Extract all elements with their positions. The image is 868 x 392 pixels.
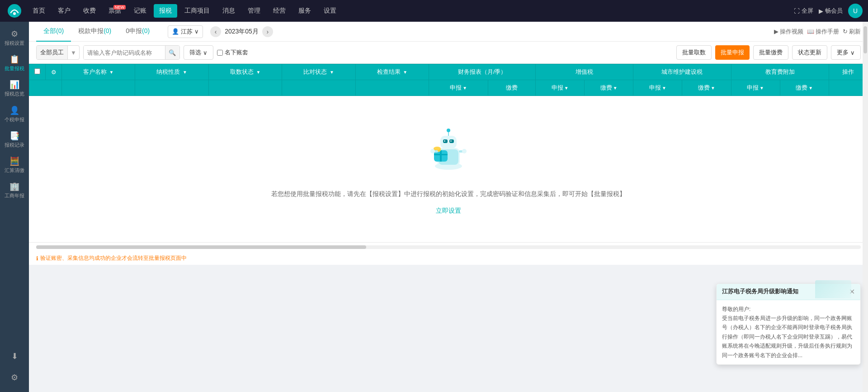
top-nav-right: ⛶ 全屏 ▶ 畅会员 U	[794, 4, 863, 18]
sidebar-item-tax-settings[interactable]: ⚙ 报税设置	[2, 25, 27, 50]
batch-get-button[interactable]: 批量取数	[676, 45, 712, 60]
employee-select[interactable]: 全部员工 ▼	[36, 45, 80, 60]
batch-pay-button[interactable]: 批量缴费	[753, 45, 788, 60]
filter-button[interactable]: 筛选 ∨	[184, 45, 213, 60]
nav-tax[interactable]: 报税	[154, 4, 177, 18]
vat-pay-sort[interactable]: ▼	[613, 86, 618, 91]
nav-items: 首页 客户 收费 票据 NEW 记账 报税 工商项目 消息 管理 经营 服务 设…	[27, 4, 794, 18]
nav-accounting[interactable]: 记账	[128, 4, 152, 18]
employee-select-label: 全部员工	[37, 46, 68, 59]
th-finance-report: 财务报表（月/季）	[429, 64, 536, 80]
scroll-track[interactable]	[36, 245, 861, 249]
member-icon: ▶	[819, 8, 823, 14]
nav-customer[interactable]: 客户	[52, 4, 76, 18]
user-settings-icon: ⚙	[11, 373, 18, 382]
refresh-action[interactable]: ↻ 刷新	[843, 28, 861, 36]
app-logo[interactable]	[5, 2, 24, 20]
nav-settings[interactable]: 设置	[318, 4, 342, 18]
right-scrollbar[interactable]	[863, 22, 868, 392]
tax-overview-icon: 📊	[9, 80, 19, 90]
tax-sort-icon[interactable]: ▼	[183, 70, 187, 75]
fetch-sort-icon[interactable]: ▼	[256, 70, 260, 75]
th-edu-surcharge: 教育费附加	[731, 64, 829, 80]
batch-declare-button[interactable]: 批量申报	[715, 45, 750, 60]
sidebar-user-settings[interactable]: ⚙	[2, 369, 27, 387]
notice-text: 验证账密、采集信息均成功的企业才会流转至批量报税页面中	[40, 254, 187, 262]
sidebar-item-settlement[interactable]: 🧮 汇算清缴	[2, 153, 27, 177]
th-empty4	[208, 80, 282, 96]
th-checkbox	[29, 64, 46, 80]
tab-all[interactable]: 全部(0)	[36, 22, 71, 42]
region-chevron-icon: ∨	[194, 28, 199, 35]
svg-point-20	[430, 149, 435, 153]
scroll-thumb	[36, 245, 366, 249]
sidebar-item-annual-report[interactable]: 🏢 工商年报	[2, 178, 27, 202]
region-icon: 👤	[172, 28, 179, 35]
nav-message[interactable]: 消息	[217, 4, 241, 18]
vat-declare-sort[interactable]: ▼	[564, 86, 569, 91]
table-container: ⚙ 客户名称 ▼ 纳税性质 ▼ 取数状态 ▼ 比对状态	[29, 64, 868, 242]
nav-operation[interactable]: 经营	[268, 4, 291, 18]
more-button[interactable]: 更多 ∨	[831, 45, 861, 60]
bottom-notice: ℹ 验证账密、采集信息均成功的企业才会流转至批量报税页面中	[29, 252, 868, 265]
empty-state: 若您想使用批量报税功能，请先在【报税设置】中进行报税的初始化设置，完成密码验证和…	[29, 96, 868, 242]
setup-link[interactable]: 立即设置	[436, 207, 461, 215]
check-sort-icon[interactable]: ▼	[403, 70, 407, 75]
fullscreen-btn[interactable]: ⛶ 全屏	[794, 7, 813, 15]
select-all-checkbox[interactable]	[34, 68, 40, 74]
manual-action[interactable]: 📖 操作手册	[807, 28, 839, 36]
svg-point-0	[8, 4, 21, 18]
user-avatar[interactable]: U	[848, 4, 863, 18]
annual-report-label: 工商年报	[5, 193, 24, 199]
th-empty6	[355, 80, 429, 96]
sidebar-item-batch-tax[interactable]: 📋 批量报税	[2, 51, 27, 75]
video-action[interactable]: ▶ 操作视频	[774, 28, 803, 36]
th-tax-type: 纳税性质 ▼	[135, 64, 208, 80]
tab-bar: 全部(0) 税款申报(0) 0申报(0) 👤 江苏 ∨ ‹ 2023年05月 ›…	[29, 22, 868, 42]
date-prev-btn[interactable]: ‹	[210, 26, 221, 37]
personal-tax-icon: 👤	[9, 105, 19, 115]
nav-fee[interactable]: 收费	[78, 4, 101, 18]
svg-point-10	[434, 147, 441, 150]
edu-declare-sort[interactable]: ▼	[760, 86, 764, 91]
th-vat-pay: 缴费▼	[585, 80, 633, 96]
checkbox-label[interactable]: 名下账套	[217, 48, 248, 57]
notification-panel: 江苏电子税务局升级影响通知 ✕ 尊敬的用户: 受当前电子税务局进一步升级的影响，…	[716, 283, 861, 365]
sidebar-item-tax-overview[interactable]: 📊 报税总览	[2, 76, 27, 100]
nav-home[interactable]: 首页	[27, 4, 51, 18]
settings-icon[interactable]: ⚙	[51, 69, 57, 76]
notification-body-text: 尊敬的用户: 受当前电子税务局进一步升级的影响，同一个政务网账号（办税人）名下的…	[722, 306, 852, 359]
svg-rect-11	[440, 136, 457, 148]
date-next-btn[interactable]: ›	[262, 26, 273, 37]
member-btn[interactable]: ▶ 畅会员	[819, 7, 843, 15]
region-selector[interactable]: 👤 江苏 ∨	[168, 25, 203, 38]
filter-chevron-icon: ∨	[203, 49, 208, 56]
city-declare-sort[interactable]: ▼	[662, 86, 666, 91]
search-wrapper: 🔍	[83, 45, 180, 60]
status-update-button[interactable]: 状态更新	[792, 45, 827, 60]
sort-icon[interactable]: ▼	[109, 70, 114, 75]
nav-service[interactable]: 服务	[293, 4, 316, 18]
sidebar-item-personal-tax[interactable]: 👤 个税申报	[2, 102, 27, 126]
nav-business[interactable]: 工商项目	[179, 4, 215, 18]
search-button[interactable]: 🔍	[165, 46, 179, 59]
svg-point-21	[462, 149, 467, 153]
tab-zero-declare[interactable]: 0申报(0)	[118, 22, 157, 42]
th-edu-pay: 缴费▼	[780, 80, 829, 96]
search-input[interactable]	[84, 46, 165, 59]
th-city-build: 城市维护建设税	[633, 64, 731, 80]
sidebar-download[interactable]: ⬇	[2, 348, 27, 366]
svg-point-1	[13, 12, 16, 15]
edu-pay-sort[interactable]: ▼	[808, 86, 813, 91]
account-checkbox[interactable]	[217, 50, 223, 56]
nav-manage[interactable]: 管理	[242, 4, 266, 18]
fin-declare-sort[interactable]: ▼	[462, 86, 467, 91]
sidebar-item-tax-record[interactable]: 📑 报税记录	[2, 127, 27, 152]
th-finance-pay: 缴费	[488, 80, 536, 96]
nav-invoice[interactable]: 票据 NEW	[103, 4, 127, 18]
city-pay-sort[interactable]: ▼	[711, 86, 715, 91]
tax-settings-icon: ⚙	[11, 29, 18, 39]
compare-sort-icon[interactable]: ▼	[330, 70, 334, 75]
tab-tax-declare[interactable]: 税款申报(0)	[71, 22, 118, 42]
date-display: 2023年05月	[225, 28, 259, 36]
